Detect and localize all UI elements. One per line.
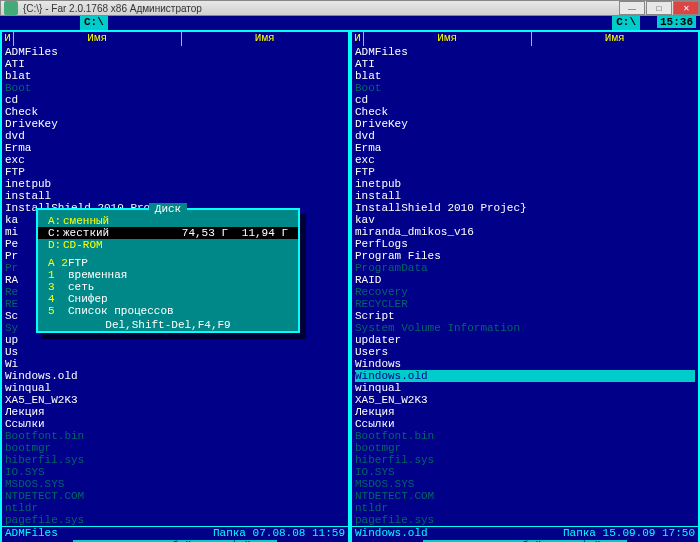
col-mark: И xyxy=(2,32,14,46)
col-name[interactable]: Имя xyxy=(14,32,182,46)
file-item[interactable]: Ссылки xyxy=(355,418,695,430)
file-item[interactable]: kav xyxy=(355,214,695,226)
file-item[interactable]: InstallShield 2010 Projec} xyxy=(355,202,695,214)
file-item[interactable]: Лекция xyxy=(5,406,345,418)
file-item[interactable]: bootmgr xyxy=(5,442,345,454)
file-item[interactable]: install xyxy=(5,190,345,202)
history-row[interactable]: 3сеть xyxy=(38,281,298,293)
file-item[interactable]: ADMFiles xyxy=(5,46,345,58)
col-name[interactable]: Имя xyxy=(364,32,532,46)
history-row[interactable]: 4Снифер xyxy=(38,293,298,305)
file-item[interactable]: exc xyxy=(355,154,695,166)
file-item[interactable]: Erma xyxy=(355,142,695,154)
file-item[interactable]: Program Files xyxy=(355,250,695,262)
file-item[interactable]: dvd xyxy=(355,130,695,142)
file-item[interactable]: Bootfont.bin xyxy=(5,430,345,442)
file-item[interactable]: pagefile.sys xyxy=(355,514,695,526)
close-button[interactable]: ✕ xyxy=(673,1,699,15)
file-item[interactable]: Erma xyxy=(5,142,345,154)
file-item[interactable]: Check xyxy=(355,106,695,118)
col-name-2[interactable]: Имя xyxy=(532,32,699,46)
file-item[interactable]: IO.SYS xyxy=(5,466,345,478)
clock: 15:36 xyxy=(657,16,696,28)
maximize-button[interactable]: □ xyxy=(646,1,672,15)
left-current-info: Папка 07.08.08 11:59 xyxy=(213,527,345,540)
right-panel[interactable]: И Имя Имя ADMFilesATIblatBootcdCheckDriv… xyxy=(350,30,700,542)
file-item[interactable]: miranda_dmikos_v16 xyxy=(355,226,695,238)
file-item[interactable]: Windows xyxy=(355,358,695,370)
file-item[interactable]: ProgramData xyxy=(355,262,695,274)
file-item[interactable]: Boot xyxy=(355,82,695,94)
col-mark: И xyxy=(352,32,364,46)
right-panel-path[interactable]: C:\ xyxy=(612,16,640,30)
file-item[interactable]: DriveKey xyxy=(355,118,695,130)
file-item[interactable]: bootmgr xyxy=(355,442,695,454)
file-item[interactable]: XA5_EN_W2K3 xyxy=(5,394,345,406)
file-item[interactable]: Windows.old xyxy=(355,370,695,382)
drive-row[interactable]: D:CD-ROM xyxy=(38,239,298,251)
file-item[interactable]: cd xyxy=(5,94,345,106)
right-file-list[interactable]: ADMFilesATIblatBootcdCheckDriveKeydvdErm… xyxy=(352,46,698,526)
file-item[interactable]: Windows.old xyxy=(5,370,345,382)
file-item[interactable]: FTP xyxy=(5,166,345,178)
col-name-2[interactable]: Имя xyxy=(182,32,349,46)
file-item[interactable]: IO.SYS xyxy=(355,466,695,478)
file-item[interactable]: XA5_EN_W2K3 xyxy=(355,394,695,406)
file-item[interactable]: pagefile.sys xyxy=(5,514,345,526)
file-item[interactable]: NTDETECT.COM xyxy=(355,490,695,502)
file-item[interactable]: inetpub xyxy=(5,178,345,190)
file-item[interactable]: install xyxy=(355,190,695,202)
file-item[interactable]: Лекция xyxy=(355,406,695,418)
file-item[interactable]: Boot xyxy=(5,82,345,94)
file-item[interactable]: blat xyxy=(5,70,345,82)
minimize-button[interactable]: — xyxy=(619,1,645,15)
file-item[interactable]: updater xyxy=(355,334,695,346)
file-item[interactable]: ATI xyxy=(355,58,695,70)
file-item[interactable]: ATI xyxy=(5,58,345,70)
file-item[interactable]: hiberfil.sys xyxy=(355,454,695,466)
file-item[interactable]: Check xyxy=(5,106,345,118)
drive-select-dialog[interactable]: Диск A:сменныйC:жесткий74,53 Г11,94 ГD:C… xyxy=(36,208,300,333)
file-item[interactable]: Users xyxy=(355,346,695,358)
right-current-info: Папка 15.09.09 17:50 xyxy=(563,527,695,540)
file-item[interactable]: inetpub xyxy=(355,178,695,190)
file-item[interactable]: ntldr xyxy=(355,502,695,514)
right-current-name: Windows.old xyxy=(355,527,428,540)
file-item[interactable]: DriveKey xyxy=(5,118,345,130)
file-item[interactable]: cd xyxy=(355,94,695,106)
history-row[interactable]: 5Список процессов xyxy=(38,305,298,317)
file-item[interactable]: MSDOS.SYS xyxy=(355,478,695,490)
file-item[interactable]: winqual xyxy=(355,382,695,394)
file-item[interactable]: winqual xyxy=(5,382,345,394)
file-item[interactable]: PerfLogs xyxy=(355,238,695,250)
file-item[interactable]: MSDOS.SYS xyxy=(5,478,345,490)
file-item[interactable]: ADMFiles xyxy=(355,46,695,58)
file-item[interactable]: dvd xyxy=(5,130,345,142)
file-item[interactable]: Ссылки xyxy=(5,418,345,430)
left-panel-path[interactable]: C:\ xyxy=(80,16,108,30)
file-item[interactable]: RAID xyxy=(355,274,695,286)
app-icon xyxy=(4,1,18,15)
file-item[interactable]: Recovery xyxy=(355,286,695,298)
file-item[interactable]: RECYCLER xyxy=(355,298,695,310)
history-row[interactable]: 1временная xyxy=(38,269,298,281)
history-row[interactable]: A 2FTP xyxy=(38,257,298,269)
file-item[interactable]: System Volume Information xyxy=(355,322,695,334)
file-item[interactable]: hiberfil.sys xyxy=(5,454,345,466)
file-item[interactable]: exc xyxy=(5,154,345,166)
file-item[interactable]: blat xyxy=(355,70,695,82)
file-item[interactable]: up xyxy=(5,334,345,346)
window-titlebar[interactable]: {C:\} - Far 2.0.1768 x86 Администратор —… xyxy=(0,0,700,16)
file-item[interactable]: Bootfont.bin xyxy=(355,430,695,442)
drive-row[interactable]: A:сменный xyxy=(38,215,298,227)
file-item[interactable]: Wi xyxy=(5,358,345,370)
dialog-title: Диск xyxy=(149,203,187,215)
file-item[interactable]: Script xyxy=(355,310,695,322)
file-item[interactable]: ntldr xyxy=(5,502,345,514)
drive-row[interactable]: C:жесткий74,53 Г11,94 Г xyxy=(38,227,298,239)
left-current-name: ADMFiles xyxy=(5,527,58,540)
file-item[interactable]: Us xyxy=(5,346,345,358)
file-item[interactable]: FTP xyxy=(355,166,695,178)
file-item[interactable]: NTDETECT.COM xyxy=(5,490,345,502)
window-title: {C:\} - Far 2.0.1768 x86 Администратор xyxy=(21,3,618,14)
